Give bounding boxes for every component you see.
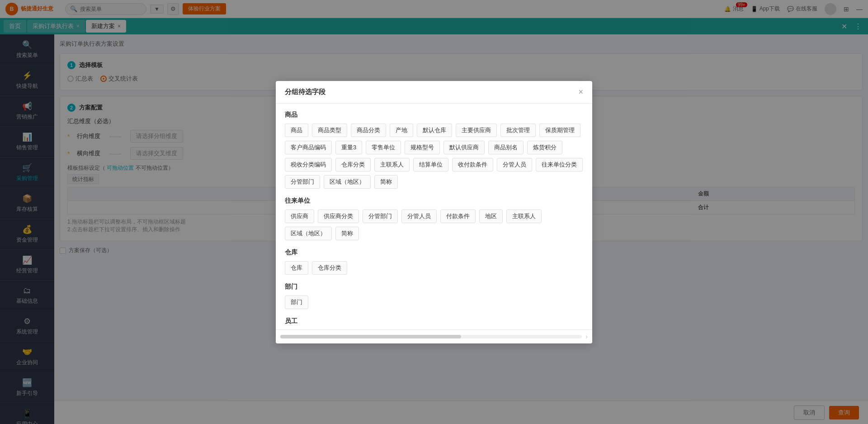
field-tag[interactable]: 仓库分类	[312, 261, 347, 275]
modal-field-selector: 分组待选字段 × 商品 商品 商品类型 商品分类 产地 默认仓库 主要供应商 批…	[276, 81, 592, 343]
group-title-partner: 往来单位	[285, 197, 583, 205]
scrollbar-thumb	[280, 335, 461, 338]
modal-overlay: 分组待选字段 × 商品 商品 商品类型 商品分类 产地 默认仓库 主要供应商 批…	[0, 0, 868, 424]
group-title-warehouse: 仓库	[285, 248, 583, 257]
field-tag[interactable]: 商品类型	[312, 124, 347, 137]
field-tag[interactable]: 批次管理	[500, 124, 536, 137]
field-tag[interactable]: 分管人员	[497, 158, 532, 172]
field-tag[interactable]: 商品	[285, 124, 308, 137]
field-tag[interactable]: 部门	[285, 295, 308, 309]
group-title-dept: 部门	[285, 283, 583, 291]
field-tag[interactable]: 简称	[374, 175, 398, 189]
field-tag[interactable]: 结算单位	[413, 158, 448, 172]
field-tag[interactable]: 主联系人	[374, 158, 410, 172]
modal-title: 分组待选字段	[285, 88, 326, 96]
group-title-staff: 员工	[285, 317, 583, 325]
scroll-right-icon[interactable]: ›	[585, 333, 588, 341]
field-tags-warehouse: 仓库 仓库分类	[285, 261, 583, 275]
field-tag[interactable]: 供应商分类	[318, 210, 359, 223]
field-tag[interactable]: 炼货积分	[527, 141, 562, 154]
field-tag[interactable]: 分管部门	[363, 210, 398, 223]
horizontal-scrollbar[interactable]	[280, 335, 582, 338]
field-group-product: 商品 商品 商品类型 商品分类 产地 默认仓库 主要供应商 批次管理 保质期管理…	[285, 111, 583, 189]
field-tag[interactable]: 重量3	[335, 141, 362, 154]
field-tag[interactable]: 零售单位	[366, 141, 401, 154]
field-tag[interactable]: 分管人员	[401, 210, 437, 223]
field-tag[interactable]: 规格型号	[405, 141, 440, 154]
field-group-dept: 部门 部门	[285, 283, 583, 309]
modal-scroll-bar: ›	[276, 329, 592, 343]
field-tag[interactable]: 收付款条件	[452, 158, 493, 172]
modal-header: 分组待选字段 ×	[276, 81, 592, 104]
field-tag[interactable]: 地区	[479, 210, 503, 223]
field-tag[interactable]: 产地	[390, 124, 413, 137]
field-tag[interactable]: 商品别名	[488, 141, 524, 154]
field-tag[interactable]: 保质期管理	[539, 124, 580, 137]
field-tag[interactable]: 主要供应商	[456, 124, 497, 137]
field-group-warehouse: 仓库 仓库 仓库分类	[285, 248, 583, 275]
field-tags-partner: 供应商 供应商分类 分管部门 分管人员 付款条件 地区 主联系人 区域（地区） …	[285, 210, 583, 240]
modal-body: 商品 商品 商品类型 商品分类 产地 默认仓库 主要供应商 批次管理 保质期管理…	[276, 104, 592, 329]
field-tag[interactable]: 往来单位分类	[536, 158, 583, 172]
field-group-staff: 员工 业务员	[285, 317, 583, 329]
field-tag[interactable]: 简称	[335, 227, 359, 240]
field-tag[interactable]: 分管部门	[285, 175, 320, 189]
field-tag[interactable]: 区域（地区）	[285, 227, 332, 240]
field-tags-product: 商品 商品类型 商品分类 产地 默认仓库 主要供应商 批次管理 保质期管理 客户…	[285, 124, 583, 189]
field-tag[interactable]: 默认供应商	[443, 141, 485, 154]
field-tag[interactable]: 默认仓库	[417, 124, 452, 137]
field-group-partner: 往来单位 供应商 供应商分类 分管部门 分管人员 付款条件 地区 主联系人 区域…	[285, 197, 583, 240]
field-tag[interactable]: 区域（地区）	[324, 175, 371, 189]
field-tag[interactable]: 付款条件	[440, 210, 476, 223]
group-title-product: 商品	[285, 111, 583, 119]
field-tag[interactable]: 商品分类	[351, 124, 386, 137]
field-tag[interactable]: 仓库	[285, 261, 308, 275]
field-tag[interactable]: 仓库分类	[335, 158, 371, 172]
field-tag[interactable]: 税收分类编码	[285, 158, 332, 172]
field-tag[interactable]: 供应商	[285, 210, 314, 223]
field-tags-dept: 部门	[285, 295, 583, 309]
field-tag[interactable]: 客户商品编码	[285, 141, 332, 154]
modal-close-btn[interactable]: ×	[578, 87, 583, 97]
field-tag[interactable]: 主联系人	[506, 210, 542, 223]
